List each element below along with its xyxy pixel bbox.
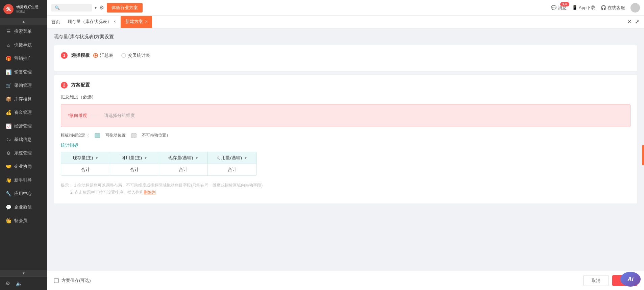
topbar-search-area: 🔍: [51, 4, 92, 11]
step2-badge: 2: [61, 82, 68, 89]
gear-icon: ⚙: [5, 150, 11, 156]
sidebar-item-collab[interactable]: 🤝 企业协同: [0, 160, 47, 173]
sidebar-item-label: 经营管理: [14, 123, 32, 129]
tab-close-btn[interactable]: ✕: [626, 18, 632, 26]
sidebar-item-basics[interactable]: 🗂 基础信息: [0, 133, 47, 146]
section1-header: 1 选择模板 汇总表 交叉统计表: [61, 52, 630, 59]
online-service-btn[interactable]: 🎧 在线客服: [601, 5, 625, 11]
crown-icon: 👑: [5, 218, 11, 224]
topbar-right: 💬 消息 99+ 📱 App下载 🎧 在线客服: [551, 3, 640, 13]
cancel-button[interactable]: 取消: [583, 275, 609, 286]
topbar: 🔍 ▾ ⚙ 体验行业方案 💬 消息 99+ 📱 App下载 🎧 在线客服: [47, 0, 644, 16]
col-chevron-1: ▼: [144, 156, 147, 160]
sidebar-bottom: ⚙ 🔈: [0, 276, 47, 290]
app-download-btn[interactable]: 📱 App下载: [572, 5, 595, 11]
trial-btn[interactable]: 体验行业方案: [107, 3, 143, 13]
sidebar-item-inventory[interactable]: 📦 库存核算: [0, 92, 47, 106]
main-content: 🔍 ▾ ⚙ 体验行业方案 💬 消息 99+ 📱 App下载 🎧 在线客服 首页: [47, 0, 644, 290]
summary-dim-label: 汇总维度（必选）: [61, 94, 630, 100]
stats-table-row: 合计 合计 合计 合计: [61, 164, 256, 175]
section1-title: 选择模板: [71, 52, 90, 58]
wave-icon: 👋: [5, 177, 11, 183]
money-icon: 💰: [5, 110, 11, 116]
indicator-legend: 模板指标设定（ 可拖动位置 不可拖动位置）: [61, 132, 630, 138]
sidebar-item-label: 基础信息: [14, 137, 32, 143]
stats-col-1[interactable]: 可用量(主) ▼: [110, 152, 159, 164]
sidebar-item-newuser[interactable]: 👋 新手引导: [0, 173, 47, 187]
sidebar-item-member[interactable]: 👑 畅会员: [0, 214, 47, 227]
wechat-icon: 💬: [5, 204, 11, 210]
bottom-bar: 方案保存(可选) 取消 查询: [47, 271, 644, 290]
draggable-label: 可拖动位置: [105, 132, 126, 138]
phone-icon: 📱: [572, 5, 577, 10]
dimension-area: *纵向维度 —— 请选择分组维度: [61, 104, 630, 127]
sidebar-item-label: 营销推广: [14, 55, 32, 62]
step1-badge: 1: [61, 52, 68, 59]
sidebar-item-label: 系统管理: [14, 150, 32, 156]
stats-col-2[interactable]: 现存量(基辅) ▼: [159, 152, 208, 164]
tab-inventory[interactable]: 现存量（库存状况表） ×: [63, 16, 121, 28]
sidebar-item-search[interactable]: ☰ 搜索菜单: [0, 25, 47, 38]
sidebar-scroll-down[interactable]: ▼: [0, 270, 47, 276]
home-icon: ⌂: [5, 42, 11, 48]
sidebar-item-system[interactable]: ⚙ 系统管理: [0, 146, 47, 160]
app-name: 畅捷通好生意: [16, 4, 39, 9]
sidebar-item-label: 畅会员: [14, 218, 27, 224]
cart-icon: 🛒: [5, 82, 11, 89]
draggable-legend-box: [95, 133, 100, 138]
tab-inventory-label: 现存量（库存状况表）: [68, 19, 112, 25]
ai-badge[interactable]: Ai: [620, 272, 641, 287]
sidebar-item-purchase[interactable]: 🛒 采购管理: [0, 79, 47, 92]
save-checkbox[interactable]: [54, 278, 59, 283]
topbar-gear-icon[interactable]: ⚙: [99, 4, 104, 11]
col-label-3: 可用量(基辅): [217, 155, 242, 161]
sidebar-item-label: 快捷导航: [14, 42, 32, 48]
user-avatar[interactable]: [630, 3, 640, 13]
sidebar-item-label: 资金管理: [14, 110, 32, 116]
sidebar-item-sales[interactable]: 📊 销售管理: [0, 65, 47, 79]
stats-table: 现存量(主) ▼ 可用量(主) ▼ 现存量(基辅) ▼ 可用量(基辅): [61, 152, 257, 176]
tip-highlight: 删除列: [144, 190, 156, 195]
sidebar-item-marketing[interactable]: 🎁 营销推广: [0, 52, 47, 65]
tab-new-plan-close[interactable]: ×: [145, 19, 147, 24]
template-radio-group: 汇总表 交叉统计表: [93, 52, 150, 58]
sidebar-item-wechat[interactable]: 💬 企业微信: [0, 200, 47, 214]
sidebar-scroll-up[interactable]: ▲: [0, 18, 47, 25]
dimension-dash: ——: [91, 113, 100, 118]
settings-icon[interactable]: ⚙: [5, 280, 10, 287]
save-label: 方案保存(可选): [61, 277, 91, 284]
section-plan-config: 2 方案配置 汇总维度（必选） *纵向维度 —— 请选择分组维度 模板指标设定（…: [54, 75, 637, 203]
tab-expand-btn[interactable]: ⤢: [634, 18, 640, 26]
tab-new-plan[interactable]: 新建方案 ×: [121, 16, 152, 28]
tabs-right: ✕ ⤢: [626, 18, 640, 26]
sidebar-item-finance[interactable]: 💰 资金管理: [0, 106, 47, 119]
sidebar-item-label: 采购管理: [14, 82, 32, 89]
tip-row-1: 2. 点击标题栏下拉可设置排序、插入列和删除列: [61, 190, 630, 195]
topbar-dropdown-btn[interactable]: ▾: [95, 5, 97, 10]
vertical-dim-label: *纵向维度: [68, 113, 87, 119]
radio-cross[interactable]: 交叉统计表: [121, 52, 150, 58]
col-chevron-3: ▼: [244, 156, 247, 160]
wrench-icon: 🔧: [5, 191, 11, 197]
stats-col-3[interactable]: 可用量(基辅) ▼: [208, 152, 256, 164]
sidebar-item-appcenter[interactable]: 🔧 应用中心: [0, 187, 47, 200]
tab-inventory-close[interactable]: ×: [114, 19, 116, 24]
radio-summary[interactable]: 汇总表: [93, 52, 113, 58]
stats-col-0[interactable]: 现存量(主) ▼: [61, 152, 110, 164]
dimension-placeholder: 请选择分组维度: [104, 113, 135, 119]
app-download-label: App下载: [579, 5, 595, 11]
radio-summary-circle: [93, 53, 98, 58]
sidebar-item-operations[interactable]: 📈 经营管理: [0, 119, 47, 133]
tabs-bar: 首页 现存量（库存状况表） × 新建方案 × ✕ ⤢: [47, 16, 644, 28]
box-icon: 📦: [5, 96, 11, 102]
col-chevron-2: ▼: [195, 156, 198, 160]
stats-cell-0: 合计: [61, 164, 110, 175]
sidebar-item-quicknav[interactable]: ⌂ 快捷导航: [0, 38, 47, 52]
stats-table-header: 现存量(主) ▼ 可用量(主) ▼ 现存量(基辅) ▼ 可用量(基辅): [61, 152, 256, 164]
messages-btn[interactable]: 💬 消息 99+: [551, 5, 567, 11]
stats-cell-2: 合计: [159, 164, 208, 175]
sidebar-item-label: 企业协同: [14, 164, 32, 170]
volume-icon[interactable]: 🔈: [16, 280, 22, 287]
sidebar-item-label: 企业微信: [14, 204, 32, 210]
tab-home[interactable]: 首页: [51, 19, 60, 25]
